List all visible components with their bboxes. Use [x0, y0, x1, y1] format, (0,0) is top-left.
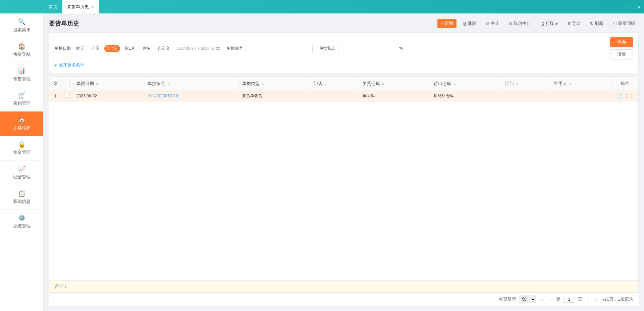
status-select[interactable] [338, 44, 405, 53]
order-no-input[interactable] [246, 44, 313, 53]
next-page-btn[interactable]: › [585, 296, 590, 303]
column-setting-icon[interactable]: ⚙ [53, 81, 58, 86]
page-suffix: 页 [578, 296, 582, 302]
th-ops: 操作 [611, 77, 638, 90]
sidebar-item-purchase[interactable]: 🛒 采购管理 [0, 87, 43, 112]
th-order-no: 单据编号 ⇅ [145, 77, 239, 90]
expand-more-btn[interactable]: ▾ 展开更多条件 [55, 62, 633, 68]
maximize-icon[interactable]: □ [632, 4, 634, 9]
order-no-link[interactable]: YH-20230602-0 [148, 93, 178, 98]
sidebar-item-finance[interactable]: 🔒 资金管理 [0, 136, 43, 161]
close-tab-icon[interactable]: ✕ [91, 5, 94, 9]
th-setting: ⚙ [49, 77, 61, 90]
date-more[interactable]: 更多 [140, 45, 153, 52]
page-number-input[interactable] [563, 296, 575, 303]
th-store: 门店 ⇅ [311, 77, 360, 90]
summary-label: 合计： [55, 283, 68, 290]
sort-date-icon[interactable]: ⇅ [96, 82, 98, 86]
edit-icon[interactable]: 📄 [616, 93, 622, 99]
td-pending-warehouse: 原材料仓库 [431, 90, 502, 102]
th-type: 单据类型 ⇅ [239, 77, 311, 90]
th-date: 单据日期 ⇅ [73, 77, 145, 90]
last-page-btn[interactable]: » [593, 296, 599, 303]
status-field: 单据状态 ▾ [319, 44, 404, 53]
chevron-down-icon: ▾ [55, 63, 57, 68]
add-button[interactable]: + 新增 [437, 19, 457, 28]
sort-reqwh-icon[interactable]: ⇅ [382, 82, 384, 86]
sort-type-icon[interactable]: ⇅ [261, 82, 264, 86]
sort-handler-icon[interactable]: ⇅ [569, 82, 572, 86]
sort-orderno-icon[interactable]: ⇅ [167, 82, 170, 86]
export-button[interactable]: ⬆ 导出 [564, 19, 584, 28]
display-detail-button[interactable]: ☐ 显示明细 [609, 19, 639, 28]
row-checkbox[interactable] [65, 93, 70, 98]
td-handler [551, 90, 611, 102]
date-filter-field: 单据日期 昨天 今天 近7天 近1月 更多 自定义 2023-05-27 至 2… [55, 45, 220, 52]
td-type: 要货单要货 [239, 90, 311, 102]
sort-dept-icon[interactable]: ⇅ [516, 82, 519, 86]
query-button[interactable]: 查询 [610, 37, 633, 47]
sidebar-item-operations[interactable]: 📈 经营管理 [0, 161, 43, 185]
page-label: 第 [556, 296, 560, 302]
sidebar: 🔍 搜索菜单 🏠 快捷导航 📊 销售管理 🛒 采购管理 🏠 库存核算 🔒 资金管… [0, 13, 44, 311]
operations-icon: 📈 [18, 165, 25, 173]
date-last7[interactable]: 近7天 [104, 45, 120, 52]
more-icon[interactable]: ⋮⋮ [624, 93, 634, 99]
settings-button[interactable]: 设置 [610, 49, 633, 59]
date-today[interactable]: 今天 [89, 45, 102, 52]
tab-order-history[interactable]: 要货单历史 ✕ [62, 0, 99, 13]
td-ops: 📄 ⋮⋮ [611, 90, 638, 102]
sidebar-item-basic-info[interactable]: 📋 基础信息 [0, 185, 43, 210]
sidebar-item-sales[interactable]: 📊 销售管理 [0, 62, 43, 87]
sales-icon: 📊 [18, 67, 25, 75]
page-title: 要货单历史 [49, 19, 79, 28]
close-window-icon[interactable]: ✕ [637, 4, 641, 9]
date-yesterday[interactable]: 昨天 [73, 45, 87, 52]
td-index: 1 [49, 90, 61, 102]
stop-button[interactable]: ⊘ 中止 [483, 19, 503, 28]
sidebar-item-nav[interactable]: 🏠 快捷导航 [0, 38, 43, 62]
table-row[interactable]: 1 2023-06-02 YH-20230602-0 要货单要货 车间库 [49, 90, 638, 102]
print-button[interactable]: 🖨 打印 ▾ [537, 19, 561, 28]
delete-button[interactable]: 🗑 删除 [459, 19, 480, 28]
th-req-warehouse: 要货仓库 ⇅ [360, 77, 431, 90]
sidebar-item-label: 搜索菜单 [13, 27, 31, 33]
sort-store-icon[interactable]: ⇅ [324, 82, 327, 86]
select-all-checkbox[interactable] [65, 81, 70, 85]
refresh-button[interactable]: ↻ 刷新 [587, 19, 607, 28]
search-area: 单据日期 昨天 今天 近7天 近1月 更多 自定义 2023-05-27 至 2… [49, 32, 639, 73]
search-icon: 🔍 [18, 18, 25, 26]
sidebar-item-search[interactable]: 🔍 搜索菜单 [0, 13, 43, 38]
tab-home[interactable]: 首页 [44, 0, 62, 13]
total-info: 共1页，1条记录 [602, 296, 633, 302]
sort-pendingwh-icon[interactable]: ⇅ [453, 82, 456, 86]
cancel-stop-button[interactable]: ⊘ 取消中止 [505, 19, 534, 28]
order-no-label: 单据编号 [227, 46, 243, 51]
home-icon: 🏠 [18, 43, 25, 50]
date-custom[interactable]: 自定义 [155, 45, 172, 52]
date-label: 单据日期 [55, 46, 71, 51]
sidebar-item-label: 销售管理 [13, 76, 31, 82]
prev-page-btn[interactable]: ‹ [548, 296, 553, 303]
toolbar: + 新增 🗑 删除 ⊘ 中止 ⊘ 取消中止 🖨 打印 ▾ [437, 19, 639, 28]
data-table: ⚙ 单据日期 ⇅ 单据编号 ⇅ [49, 77, 638, 102]
table-container: ⚙ 单据日期 ⇅ 单据编号 ⇅ [49, 77, 639, 293]
date-filter: 昨天 今天 近7天 近1月 更多 自定义 [73, 45, 172, 52]
search-row: 单据日期 昨天 今天 近7天 近1月 更多 自定义 2023-05-27 至 2… [55, 37, 633, 59]
table-body: 1 2023-06-02 YH-20230602-0 要货单要货 车间库 [49, 90, 638, 102]
topbar: 首页 要货单历史 ✕ － □ ✕ [0, 0, 644, 13]
th-handler: 经手人 ⇅ [551, 77, 611, 90]
first-page-btn[interactable]: « [539, 296, 545, 303]
ops-icons: 📄 ⋮⋮ [614, 93, 636, 99]
main-layout: 🔍 搜索菜单 🏠 快捷导航 📊 销售管理 🛒 采购管理 🏠 库存核算 🔒 资金管… [0, 13, 644, 311]
system-icon: ⚙️ [18, 214, 25, 222]
sidebar-item-inventory[interactable]: 🏠 库存核算 [0, 112, 43, 136]
checkbox-icon: ☐ [613, 21, 617, 26]
sidebar-item-system[interactable]: ⚙️ 系统管理 [0, 210, 43, 234]
sidebar-item-label: 系统管理 [13, 223, 31, 229]
per-page-label: 每页显示 [499, 296, 516, 302]
minimize-icon[interactable]: － [625, 4, 629, 10]
th-checkbox [61, 77, 73, 90]
per-page-select[interactable]: 50 10 20 100 [519, 296, 536, 303]
date-last1month[interactable]: 近1月 [122, 45, 138, 52]
